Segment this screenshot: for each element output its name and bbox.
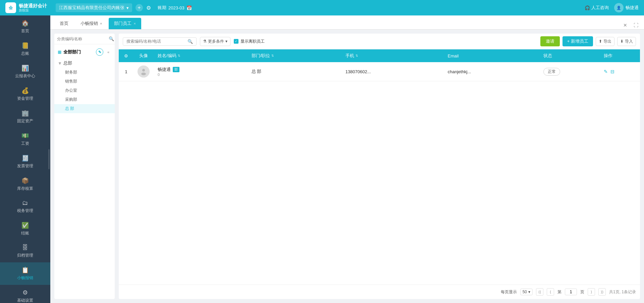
export-icon: ⬆ xyxy=(599,39,602,44)
sidebar-item-tax[interactable]: 🗂 税务管理 xyxy=(0,196,50,218)
show-resigned-toggle[interactable]: ✓ 显示离职员工 xyxy=(234,39,265,44)
per-page-value: 50 xyxy=(523,290,527,294)
sidebar-item-label: 工资 xyxy=(21,141,29,146)
dept-child-finance[interactable]: 财务部 xyxy=(54,68,115,77)
sidebar-item-invoice[interactable]: 🧾 发票管理 xyxy=(0,150,50,173)
dept-section-headquarters: ▼ 总部 财务部 销售部 办公室 采购部 总 部 xyxy=(54,58,115,114)
dept-all-button[interactable]: ⊞ 全部部门 ✎ « xyxy=(54,46,115,58)
dept-collapse-button[interactable]: « xyxy=(105,49,111,55)
close-tab-button[interactable]: ✕ xyxy=(621,21,629,29)
grid-icon: ⊞ xyxy=(58,50,61,55)
last-page-button[interactable]: ⟩⟩ xyxy=(598,288,606,296)
tab-dept-label: 部门员工 xyxy=(114,20,131,27)
company-name: 江西服宝精品有限责任公司内账张 xyxy=(59,5,124,11)
dept-child-office[interactable]: 办公室 xyxy=(54,86,115,95)
sidebar-item-xiaochang[interactable]: 📋 小畅报销 xyxy=(0,262,50,285)
sidebar-item-reports[interactable]: 📊 云报表中心 xyxy=(0,60,50,83)
assets-icon: 🏢 xyxy=(21,110,29,117)
employee-search-input[interactable] xyxy=(126,39,185,44)
scroll-indicator xyxy=(48,149,50,169)
table-settings-icon[interactable]: ⚙ xyxy=(124,53,128,58)
ledger-icon: 📒 xyxy=(21,42,29,49)
toolbar-right: 邀请 + 新增员工 ⬆ 导出 ⬇ 导入 xyxy=(540,36,636,46)
per-page-label: 每页显示 xyxy=(501,289,517,295)
chevron-down-icon: ▾ xyxy=(126,5,129,10)
prev-page-button[interactable]: ⟨ xyxy=(547,288,554,296)
chevron-down-icon: ▾ xyxy=(528,290,530,294)
avatar xyxy=(138,66,150,78)
sidebar-item-label: 归档管理 xyxy=(17,253,33,258)
dept-child-general[interactable]: 总 部 xyxy=(54,104,115,113)
page-size-select[interactable]: 50 ▾ xyxy=(520,289,533,295)
sidebar-item-inventory[interactable]: 📦 库存核算 xyxy=(0,173,50,196)
total-info: 共1页, 1条记录 xyxy=(609,289,636,295)
show-resigned-checkbox[interactable]: ✓ xyxy=(234,39,238,44)
company-selector[interactable]: 江西服宝精品有限责任公司内账张 ▾ xyxy=(56,3,132,12)
col-email: Email xyxy=(444,49,539,62)
dept-search-input[interactable] xyxy=(57,37,107,41)
sidebar-item-assets[interactable]: 🏢 固定资产 xyxy=(0,105,50,128)
sidebar-item-closing[interactable]: ✅ 结账 xyxy=(0,218,50,240)
invite-button[interactable]: 邀请 xyxy=(540,36,560,46)
dept-child-purchase[interactable]: 采购部 xyxy=(54,95,115,104)
sidebar-item-label: 税务管理 xyxy=(17,208,33,214)
chevron-down-icon: ▾ xyxy=(225,39,227,44)
headset-icon: 🎧 xyxy=(585,5,590,10)
settings-icon[interactable]: ⚙ xyxy=(145,4,152,11)
calendar-icon[interactable]: 📅 xyxy=(186,5,192,10)
filter-button[interactable]: ⚗ 更多条件 ▾ xyxy=(200,37,230,46)
dept-edit-button[interactable]: ✎ xyxy=(96,48,103,56)
closing-icon: ✅ xyxy=(21,222,29,229)
settings-icon: ⚙ xyxy=(22,289,28,296)
tab-dept-employee[interactable]: 部门员工 × xyxy=(109,18,141,29)
sidebar-item-salary[interactable]: 💵 工资 xyxy=(0,128,50,150)
employee-search-box: 🔍 xyxy=(123,37,197,46)
sidebar-item-ledger[interactable]: 📒 总账 xyxy=(0,38,50,60)
row-email: chanjethkj... xyxy=(444,62,539,81)
col-name[interactable]: 姓名/编码 ⇅ xyxy=(154,49,248,62)
tab-dept-close[interactable]: × xyxy=(133,21,136,26)
sidebar-item-funds[interactable]: 💰 资金管理 xyxy=(0,83,50,105)
row-phone: 138070602... xyxy=(341,62,444,81)
employee-toolbar: 🔍 ⚗ 更多条件 ▾ ✓ 显示离职员工 邀请 + 新增员工 xyxy=(119,34,640,49)
col-phone[interactable]: 手机 ⇅ xyxy=(341,49,444,62)
sidebar-item-label: 发票管理 xyxy=(17,163,33,169)
search-icon[interactable]: 🔍 xyxy=(187,39,193,44)
table-row: 1 xyxy=(119,62,640,81)
tax-icon: 🗂 xyxy=(22,200,28,207)
salary-icon: 💵 xyxy=(21,132,29,139)
edit-button[interactable]: ✎ xyxy=(604,69,608,74)
logout-button[interactable]: ⊟ xyxy=(610,69,614,74)
dept-search-icon[interactable]: 🔍 xyxy=(109,36,114,41)
export-button[interactable]: ⬆ 导出 xyxy=(596,37,614,46)
import-button[interactable]: ⬇ 导入 xyxy=(617,37,636,46)
sidebar-item-settings[interactable]: ⚙ 基础设置 xyxy=(0,285,50,303)
tab-home-label: 首页 xyxy=(60,20,68,27)
sidebar-item-home[interactable]: 🏠 首页 xyxy=(0,15,50,38)
current-page-input[interactable] xyxy=(565,289,577,295)
tab-home[interactable]: 首页 xyxy=(54,18,74,29)
tab-xiaochang-close[interactable]: × xyxy=(100,21,102,26)
dept-child-sales[interactable]: 销售部 xyxy=(54,77,115,86)
col-avatar: 头像 xyxy=(133,49,154,62)
col-dept[interactable]: 部门/职位 ⇅ xyxy=(248,49,341,62)
sidebar-item-label: 小畅报销 xyxy=(17,275,33,281)
first-page-button[interactable]: ⟨⟨ xyxy=(536,288,543,296)
invoice-icon: 🧾 xyxy=(21,155,29,162)
consultation-button[interactable]: 🎧 人工咨询 xyxy=(585,5,609,11)
user-area[interactable]: 👤 畅捷通 xyxy=(614,3,639,12)
show-resigned-label: 显示离职员工 xyxy=(240,39,265,44)
tab-xiaochang[interactable]: 小畅报销 × xyxy=(75,18,107,29)
next-page-button[interactable]: ⟩ xyxy=(588,288,595,296)
dept-section-header[interactable]: ▼ 总部 xyxy=(54,58,115,68)
employee-name: 畅捷通 xyxy=(158,67,171,73)
expand-button[interactable]: ⛶ xyxy=(632,21,640,29)
app-edition: 旗舰版 xyxy=(19,8,47,12)
archive-icon: 🗄 xyxy=(22,244,28,251)
tab-xiaochang-label: 小畅报销 xyxy=(80,20,98,27)
row-actions: ✎ ⊟ xyxy=(600,62,640,81)
add-company-button[interactable]: + xyxy=(136,4,143,11)
tabs-right: ✕ ⛶ xyxy=(621,21,640,29)
sidebar-item-archive[interactable]: 🗄 归档管理 xyxy=(0,240,50,262)
add-employee-button[interactable]: + 新增员工 xyxy=(562,36,593,46)
